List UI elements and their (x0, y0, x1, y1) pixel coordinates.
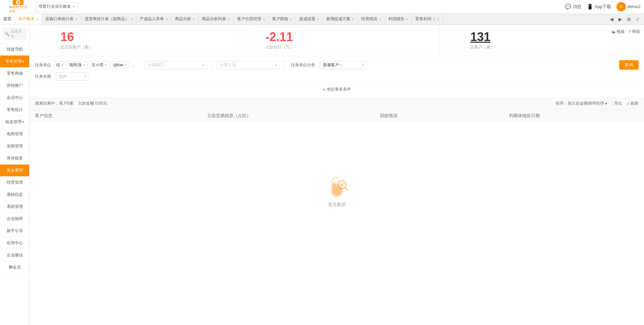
stat-icon-3 (446, 30, 466, 50)
svg-rect-8 (449, 39, 451, 40)
col-repayment: 回款情况 (380, 113, 509, 119)
sidebar-item-operations-mgmt[interactable]: 经营管理 (0, 177, 29, 189)
svg-rect-11 (462, 36, 464, 38)
content-inner: ¥ 16 总欠款客户（家） ! (30, 25, 644, 325)
sidebar-item-finance[interactable]: 资金管理 (0, 165, 29, 177)
tag-close-wang[interactable]: × (105, 63, 107, 67)
tab-inbound-stats[interactable]: 进货单统计表（按商品） × (81, 13, 136, 25)
tab-close-accounts[interactable]: × (36, 17, 38, 21)
tab-menu-button[interactable]: ⊞ (625, 15, 633, 23)
empty-text: 暂无数据 (328, 202, 346, 208)
search-menu-input[interactable]: 🔍 搜索菜单 (3, 28, 27, 40)
account-selector[interactable]: 母婴行业演示账套 ▾ (36, 2, 78, 11)
tab-scroll-left-button[interactable]: ◀ (608, 15, 615, 23)
sidebar-item-vip-member[interactable]: 畅会员 (0, 261, 29, 274)
user-menu[interactable]: D demo2 (616, 2, 641, 11)
tab-close-goods-analysis-list[interactable]: × (228, 17, 230, 21)
tab-close-purchase-order[interactable]: × (75, 17, 77, 21)
tab-purchase-order[interactable]: 采购订单统计表 × (42, 13, 81, 25)
sidebar-item-member-center[interactable]: 会员中心 (0, 92, 29, 104)
query-button[interactable]: 查询 (619, 60, 639, 70)
dept-arrow-icon: ▾ (203, 63, 204, 67)
video-button[interactable]: ▶ 视频 (612, 29, 625, 35)
sidebar-item-batch-mgmt[interactable]: 批发管理 ▾ (0, 116, 29, 128)
sort-select[interactable]: 排序：按欠款金额倒序排序 ▾ (556, 101, 607, 106)
balance-arrow-icon: ▾ (85, 75, 86, 78)
category-filter-select[interactable]: 普通客户 × ▾ (320, 61, 367, 69)
top-bar: ¥ 畅捷通好生意 标版 母婴行业演示账套 ▾ 💬 消息 📱 App下载 D de… (0, 0, 644, 13)
tab-close-retail-profit[interactable]: × (437, 17, 439, 21)
filter-more-button[interactable]: ... (130, 62, 136, 68)
sidebar-item-purchase-mgmt[interactable]: 采购管理 (0, 140, 29, 152)
svg-text:!: ! (251, 39, 252, 45)
sort-arrow-icon: ▾ (605, 101, 607, 106)
tab-retail-profit[interactable]: 零售利润（ × (412, 13, 443, 25)
stat-label-overdue-amount: 欠款合计（万） (265, 44, 294, 50)
person-filter-select[interactable]: 分管人员 ▾ ··· (217, 61, 284, 69)
tab-goods-analysis-list[interactable]: 商品分析列表 × (199, 13, 233, 25)
tab-close-goods-analysis[interactable]: × (193, 17, 195, 21)
tab-close-add-achievement[interactable]: × (352, 17, 354, 21)
dept-filter-select[interactable]: 分管部门 ▾ ··· (144, 61, 212, 69)
message-icon: 💬 (565, 4, 571, 10)
refresh-button[interactable]: ↺ 刷新 (626, 101, 639, 106)
tab-close-operations[interactable]: × (379, 17, 381, 21)
sidebar-item-enterprise-wechat[interactable]: 企业微信 (0, 249, 29, 261)
message-button[interactable]: 💬 消息 (565, 4, 582, 10)
tab-home[interactable]: 首页 (0, 13, 15, 25)
tab-close-profit-report[interactable]: × (406, 17, 408, 21)
sidebar-item-retail-stats[interactable]: 零售统计 (0, 104, 29, 116)
filter-tag-chen: 陈民强 × (67, 61, 87, 69)
tab-fullscreen-button[interactable]: ⤢ (634, 15, 641, 23)
filter-row-1: 往来单位 伍 × 陈民强 × 王小亮 × (35, 60, 639, 70)
tab-product-inbound[interactable]: 产成品入库单 × (136, 13, 171, 25)
sidebar-item-retail-mgmt[interactable]: 零售管理 ▾ (0, 56, 29, 68)
tag-close-cjttcw[interactable]: × (124, 63, 126, 67)
tab-close-promotion-settings[interactable]: × (317, 17, 319, 21)
tab-scroll-right-button[interactable]: ▶ (616, 15, 624, 23)
tab-promotion-settings[interactable]: 提成设置 × (296, 13, 323, 25)
stat-total-customers: 131 总客户（家） ▶ 视频 ? 帮助 (439, 25, 644, 56)
sidebar-item-system-mgmt[interactable]: 系统管理 (0, 201, 29, 213)
tag-close-wu[interactable]: × (61, 63, 63, 67)
sidebar-item-new-guide[interactable]: 新手引导 (0, 225, 29, 237)
logo: ¥ 畅捷通好生意 标版 (3, 0, 33, 13)
sidebar-item-quick-nav[interactable]: 快捷导航 (0, 43, 29, 56)
stat-help-actions: ▶ 视频 ? 帮助 (612, 29, 640, 35)
stat-value-overdue-customers: 16 (60, 31, 93, 43)
tab-accounts[interactable]: 客户账本 × (15, 13, 42, 25)
app-download-button[interactable]: 📱 App下载 (587, 4, 611, 10)
tab-operations[interactable]: 经营情况 × (358, 13, 385, 25)
tab-close-customer-tier[interactable]: × (263, 17, 265, 21)
balance-filter-select[interactable]: 选择... ▾ (56, 72, 89, 81)
tag-close-category[interactable]: × (340, 63, 342, 67)
sidebar-item-enterprise-collab[interactable]: 企业协同 (0, 213, 29, 225)
help-button[interactable]: ? 帮助 (629, 29, 640, 35)
export-icon: ↓ (611, 101, 613, 106)
sort-label: 排序：按欠款金额倒序排序 (556, 101, 604, 106)
sidebar-item-inventory[interactable]: 库存核算 (0, 152, 29, 165)
tab-customer-contact[interactable]: 客户联络 × (269, 13, 296, 25)
tag-close-chen[interactable]: × (83, 63, 85, 67)
tab-add-achievement[interactable]: 新增提成方案 × (323, 13, 358, 25)
collapse-filters-button[interactable]: ∧ 收起更多条件 (35, 85, 639, 94)
stat-content-3: 131 总客户（家） (470, 31, 495, 50)
tab-customer-tier[interactable]: 客户分层经营 × (234, 13, 269, 25)
unit-filter-tags: 伍 × 陈民强 × 王小亮 × cjttcw × (54, 61, 136, 69)
tab-close-inbound-stats[interactable]: × (131, 17, 133, 21)
sidebar-item-basic-info[interactable]: 基础信息 (0, 189, 29, 201)
sidebar-item-marketing[interactable]: 营销推广 (0, 80, 29, 92)
tab-close-product-inbound[interactable]: × (166, 17, 168, 21)
tab-profit-report[interactable]: 利润报告 × (385, 13, 412, 25)
tab-close-customer-contact[interactable]: × (290, 17, 292, 21)
sidebar-item-retail-shop[interactable]: 零售商城 (0, 68, 29, 80)
sidebar-item-ecommerce[interactable]: 电商管理 (0, 128, 29, 140)
person-arrow-icon: ▾ (275, 63, 277, 67)
selector-arrow-icon: ▾ (73, 5, 75, 8)
result-info-bar: 搜索结果中，客户0家 欠款金额 0.00元 排序：按欠款金额倒序排序 ▾ ↓ 导… (30, 98, 644, 109)
tab-bar: 首页 客户账本 × 采购订单统计表 × 进货单统计表（按商品） × 产成品入库单… (0, 13, 644, 25)
export-button[interactable]: ↓ 导出 (611, 101, 622, 106)
sidebar-item-app-center[interactable]: 应用中心 (0, 237, 29, 249)
tab-goods-analysis[interactable]: 商品分析 × (172, 13, 199, 25)
svg-rect-6 (447, 37, 456, 47)
